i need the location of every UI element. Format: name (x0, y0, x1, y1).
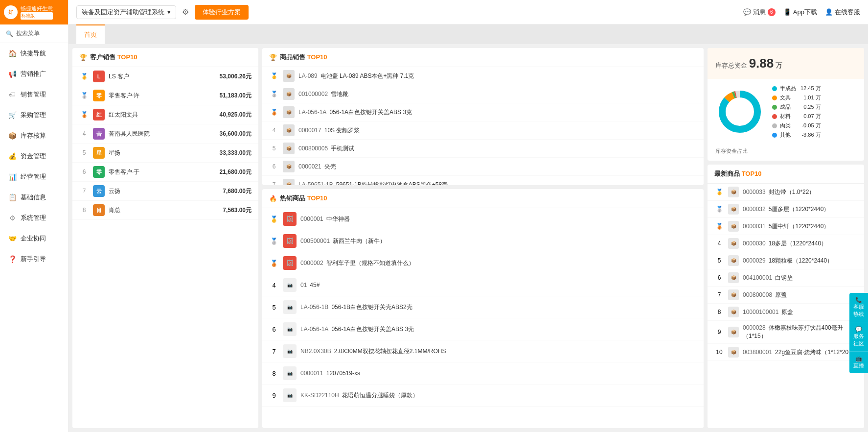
marketing-icon: 📢 (8, 70, 17, 78)
list-item[interactable]: 9📷KK-SD22110H花语萌恒温分腿睡袋（厚款） (262, 384, 704, 407)
sidebar-item-sales[interactable]: 🏷 销售管理 (0, 84, 68, 105)
list-item[interactable]: 5📷LA-056-1B056-1B白色按键开关壳ABS2壳 (262, 296, 704, 318)
sidebar-nav: 🏠 快捷导航 📢 营销推广 🏷 销售管理 🛒 采购管理 📦 库存核算 💰 资金管… (0, 43, 68, 432)
list-item[interactable]: 8📦10000100001原盒 (708, 304, 864, 321)
cs-hotline[interactable]: 📞 客服 热线 (849, 293, 868, 322)
rank-number: 6 (79, 168, 89, 175)
legend-item-finished: 成品 0.25 万 (772, 103, 821, 111)
sidebar-item-quick-nav[interactable]: 🏠 快捷导航 (0, 43, 68, 64)
message-button[interactable]: 💬 消息 6 (743, 8, 776, 17)
rank-number: 5 (269, 304, 279, 311)
online-service-button[interactable]: 👤 在线客服 (825, 8, 860, 17)
product-name: 0000001中华神器 (300, 215, 697, 223)
rank-number: 7 (79, 188, 89, 194)
product-name: 004100001白钢垫 (743, 274, 857, 282)
avatar: 零 (93, 90, 105, 101)
rank-number: 4 (714, 240, 724, 247)
sale-value: 7,563.00元 (223, 206, 251, 215)
list-item[interactable]: 🥉🖼0000002智利车子里（规格不知道填什么） (262, 252, 704, 274)
sidebar-item-system[interactable]: ⚙ 系统管理 (0, 208, 68, 228)
customer-rank-title: 客户销售 TOP10 (90, 53, 137, 62)
rank-number: 🥉 (269, 260, 279, 267)
sidebar-search[interactable]: 🔍 搜索菜单 (0, 24, 68, 43)
list-item[interactable]: 8📷000001112070519-xs (262, 362, 704, 384)
rank-number: 9 (269, 392, 279, 399)
sidebar-item-cooperate[interactable]: 🤝 企业协同 (0, 228, 68, 249)
product-name: 0145# (300, 282, 697, 288)
list-item[interactable]: 6零零售客户·于21,680.00元 (72, 163, 258, 182)
list-item[interactable]: 6📷LA-056-1A056-1A白色按键开关盖ABS 3壳 (262, 318, 704, 340)
product-name: 0000028体橄嘉枝味苏打饮品400毫升（1*15） (743, 324, 857, 340)
list-item[interactable]: 🥇📦LA-089电池盖 LA-089 ABS本色+黑种 7.1克 (262, 67, 704, 85)
sidebar-item-guide[interactable]: ❓ 新手引导 (0, 249, 68, 269)
customer-name: 红太阳文具 (109, 111, 216, 119)
app-download-button[interactable]: 📱 App下载 (783, 8, 817, 17)
sidebar-item-finance[interactable]: 💰 资金管理 (0, 146, 68, 167)
list-item[interactable]: 🥉红红太阳文具40,925.00元 (72, 105, 258, 124)
trial-button[interactable]: 体验行业方案 (195, 5, 249, 20)
list-item[interactable]: 5📦000800005手机测试 (262, 140, 704, 158)
tab-home[interactable]: 首页 (76, 24, 105, 44)
product-name: 10000100001原盒 (743, 308, 857, 316)
donut-container: 半成品 12.45 万 文具 1.01 万 成品 0.25 万 (708, 79, 864, 144)
list-item[interactable]: 7📦LA-59651-1B59651-1B旋转投影灯电池盒ABS黑色+58壳 (262, 176, 704, 185)
system-selector[interactable]: 装备及固定资产辅助管理系统 ▾ (76, 5, 176, 19)
settings-icon[interactable]: ⚙ (182, 7, 189, 17)
cs-live[interactable]: 📺 直播 (849, 352, 868, 373)
product-name: 000003018多层（1220*2440） (743, 240, 857, 248)
sidebar-item-purchase[interactable]: 🛒 采购管理 (0, 105, 68, 125)
list-item[interactable]: 10📦00380000122g鱼豆腐·烧烤味（1*12*20） (708, 344, 864, 361)
product-thumbnail: 📦 (728, 347, 739, 358)
list-item[interactable]: 7云云扬7,680.00元 (72, 182, 258, 201)
list-item[interactable]: 4苦苦南县人民医院36,600.00元 (72, 124, 258, 144)
customer-name: 星扬 (109, 149, 216, 157)
guide-icon: ❓ (8, 255, 17, 264)
sidebar-item-label: 库存核算 (21, 131, 46, 140)
sales-icon: 🏷 (8, 90, 17, 99)
rank-number: 4 (79, 130, 89, 137)
list-item[interactable]: 9📦0000028体橄嘉枝味苏打饮品400毫升（1*15） (708, 321, 864, 344)
list-item[interactable]: 4📦000001710S 变频罗浆 (262, 121, 704, 140)
sidebar-item-inventory[interactable]: 📦 库存核算 (0, 125, 68, 146)
list-item[interactable]: 6📦004100001白钢垫 (708, 269, 864, 287)
sidebar-item-marketing[interactable]: 📢 营销推广 (0, 64, 68, 84)
community-icon: 💬 (855, 326, 862, 333)
avatar: 苦 (93, 128, 105, 140)
sidebar-item-label: 系统管理 (21, 214, 46, 222)
sidebar-item-label: 新手引导 (21, 255, 46, 264)
list-item[interactable]: 🥇🖼0000001中华神器 (262, 208, 704, 230)
list-item[interactable]: 🥈📦00000325厘多层（1220*2440） (708, 201, 864, 218)
list-item[interactable]: 🥇LLS 客户53,006.26元 (72, 67, 258, 86)
list-item[interactable]: 7📦000800008原盖 (708, 287, 864, 304)
customer-name: 云扬 (109, 187, 219, 195)
sidebar-item-basic[interactable]: 📋 基础信息 (0, 187, 68, 208)
customer-name: 苦南县人民医院 (109, 130, 216, 138)
cs-community[interactable]: 💬 服务 社区 (849, 322, 868, 352)
product-thumbnail: 📦 (728, 327, 739, 337)
list-item[interactable]: 🥉📦LA-056-1A056-1A白色按键开关盖ABS 3克 (262, 103, 704, 121)
customer-rank-card: 🏆 客户销售 TOP10 🥇LLS 客户53,006.26元🥈零零售客户·许51… (72, 48, 258, 428)
sale-value: 33,333.00元 (220, 149, 251, 157)
online-service-label: 在线客服 (835, 8, 860, 17)
list-item[interactable]: 4📦000003018多层（1220*2440） (708, 235, 864, 252)
list-item[interactable]: 5📦000002918颗粒板（1220*2440） (708, 252, 864, 269)
list-item[interactable]: 8肖肖总7,563.00元 (72, 201, 258, 220)
list-item[interactable]: 6📦0000021夹壳 (262, 158, 704, 176)
right-column: 库存总资金 9.88 万 (708, 48, 864, 428)
basic-icon: 📋 (8, 193, 17, 202)
product-name: 000002918颗粒板（1220*2440） (743, 257, 857, 265)
list-item[interactable]: 🥇📦0000033封边带（1.0*22） (708, 184, 864, 201)
list-item[interactable]: 🥈🖼000500001新西兰牛肉（新牛） (262, 230, 704, 252)
legend-item-stationery: 文具 1.01 万 (772, 94, 821, 101)
product-info: 000001710S 变频罗浆 (298, 126, 697, 135)
list-item[interactable]: 🥈零零售客户·许51,183.00元 (72, 86, 258, 105)
list-item[interactable]: 5星星扬33,333.00元 (72, 144, 258, 163)
left-column: 🏆 客户销售 TOP10 🥇LLS 客户53,006.26元🥈零零售客户·许51… (72, 48, 258, 428)
sale-value: 40,925.00元 (220, 111, 251, 119)
list-item[interactable]: 🥈📦001000002雪地靴 (262, 85, 704, 103)
list-item[interactable]: 7📷NB2.0X30B2.0X30MM双摆花轴摆花直径2.1MM/ROHS (262, 340, 704, 362)
sidebar-item-operation[interactable]: 📊 经营管理 (0, 167, 68, 187)
list-item[interactable]: 🥉📦00000315厘中纤（1220*2440） (708, 218, 864, 235)
rank-number: 6 (269, 326, 279, 333)
list-item[interactable]: 4📷0145# (262, 274, 704, 296)
